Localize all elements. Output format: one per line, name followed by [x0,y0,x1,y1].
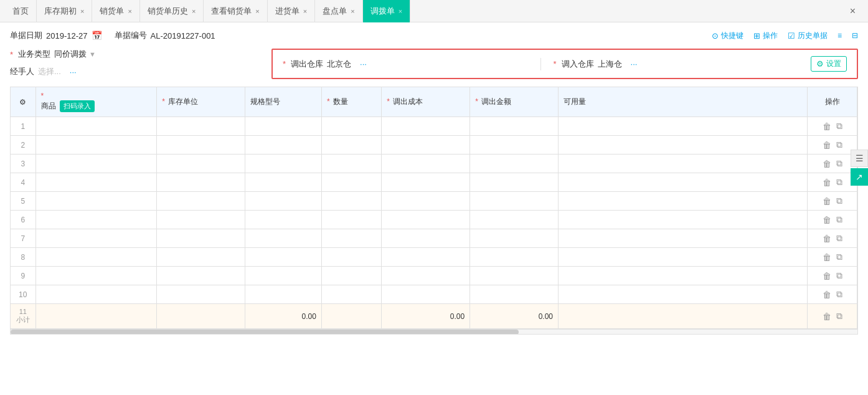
row-spec-cell[interactable] [245,192,322,211]
transfer-in-more[interactable]: ··· [631,59,638,69]
row-available-cell[interactable] [559,192,808,211]
row-unit-cell[interactable] [157,136,245,155]
row-cost-cell[interactable] [382,267,470,285]
tab-view-sales[interactable]: 查看销货单 × [204,0,267,22]
list-view-icon[interactable]: ≡ [837,31,842,40]
row-product-cell[interactable] [35,211,157,229]
row-cost-cell[interactable] [382,211,470,229]
row-available-cell[interactable] [559,173,808,192]
tab-view-sales-close[interactable]: × [255,7,259,15]
row-delete-icon[interactable]: 🗑 [823,271,831,281]
tab-inventory-init[interactable]: 库存期初 × [37,0,92,22]
tab-transfer-close[interactable]: × [399,7,402,15]
row-cost-cell[interactable] [382,285,470,304]
row-available-cell[interactable] [559,248,808,267]
float-export-button[interactable]: ↗ [851,168,868,186]
tab-sales-order[interactable]: 销货单 × [92,0,139,22]
tab-home[interactable]: 首页 [5,0,37,22]
row-product-cell[interactable] [35,192,157,211]
row-cost-cell[interactable] [382,117,470,136]
row-delete-icon[interactable]: 🗑 [823,290,831,300]
row-product-cell[interactable] [35,248,157,267]
row-spec-cell[interactable] [245,285,322,304]
row-copy-icon[interactable]: ⧉ [836,158,842,169]
row-delete-icon[interactable]: 🗑 [823,178,831,188]
row-copy-icon[interactable]: ⧉ [836,196,842,206]
horizontal-scrollbar[interactable] [11,329,857,334]
row-product-cell[interactable] [35,229,157,248]
row-quantity-cell[interactable] [321,267,381,285]
tab-stocktake-close[interactable]: × [351,7,354,15]
row-cost-cell[interactable] [382,229,470,248]
row-amount-cell[interactable] [470,285,559,304]
row-unit-cell[interactable] [157,267,245,285]
row-spec-cell[interactable] [245,211,322,229]
subtotal-delete-icon[interactable]: 🗑 [823,312,831,321]
row-copy-icon[interactable]: ⧉ [836,177,842,188]
row-delete-icon[interactable]: 🗑 [823,121,831,131]
row-delete-icon[interactable]: 🗑 [823,140,831,150]
row-copy-icon[interactable]: ⧉ [836,252,842,262]
scan-button[interactable]: 扫码录入 [60,100,95,112]
row-copy-icon[interactable]: ⧉ [836,214,842,225]
tab-transfer[interactable]: 调拨单 × [363,0,410,22]
row-quantity-cell[interactable] [321,155,381,173]
row-product-cell[interactable] [35,267,157,285]
row-delete-icon[interactable]: 🗑 [823,159,831,169]
row-quantity-cell[interactable] [321,285,381,304]
float-notes-button[interactable]: ☰ [851,150,868,167]
row-product-cell[interactable] [35,285,157,304]
row-quantity-cell[interactable] [321,136,381,155]
row-amount-cell[interactable] [470,136,559,155]
row-spec-cell[interactable] [245,248,322,267]
shortcut-action[interactable]: ⊙ 快捷键 [712,31,743,41]
row-available-cell[interactable] [559,229,808,248]
row-quantity-cell[interactable] [321,229,381,248]
row-amount-cell[interactable] [470,173,559,192]
subtotal-copy-icon[interactable]: ⧉ [836,311,842,321]
view-grid-toggle[interactable]: ⊟ [852,31,858,40]
tab-sales-history-close[interactable]: × [192,7,196,15]
row-product-cell[interactable] [35,117,157,136]
person-select[interactable]: 选择... [38,66,61,77]
row-product-cell[interactable] [35,136,157,155]
tab-sales-order-close[interactable]: × [128,7,131,15]
row-delete-icon[interactable]: 🗑 [823,215,831,225]
row-quantity-cell[interactable] [321,117,381,136]
row-product-cell[interactable] [35,173,157,192]
global-close-button[interactable]: × [842,6,863,17]
row-amount-cell[interactable] [470,155,559,173]
row-available-cell[interactable] [559,267,808,285]
row-spec-cell[interactable] [245,229,322,248]
row-cost-cell[interactable] [382,192,470,211]
view-list-toggle[interactable]: ≡ [837,31,842,40]
row-delete-icon[interactable]: 🗑 [823,252,831,262]
date-value[interactable]: 2019-12-27 [46,31,88,40]
setting-button[interactable]: ⚙ 设置 [811,56,847,72]
operations-action[interactable]: ⊞ 操作 [753,31,778,41]
tab-purchase[interactable]: 进货单 × [268,0,315,22]
row-unit-cell[interactable] [157,285,245,304]
row-copy-icon[interactable]: ⧉ [836,233,842,244]
row-amount-cell[interactable] [470,211,559,229]
row-cost-cell[interactable] [382,248,470,267]
calendar-icon[interactable]: 📅 [92,31,102,40]
row-amount-cell[interactable] [470,267,559,285]
row-spec-cell[interactable] [245,136,322,155]
history-action[interactable]: ☑ 历史单据 [788,31,828,41]
row-unit-cell[interactable] [157,229,245,248]
row-cost-cell[interactable] [382,136,470,155]
row-amount-cell[interactable] [470,229,559,248]
row-unit-cell[interactable] [157,155,245,173]
row-amount-cell[interactable] [470,192,559,211]
row-unit-cell[interactable] [157,211,245,229]
row-copy-icon[interactable]: ⧉ [836,121,842,131]
transfer-out-value[interactable]: 北京仓 [327,59,351,70]
tab-purchase-close[interactable]: × [303,7,307,15]
row-available-cell[interactable] [559,136,808,155]
row-delete-icon[interactable]: 🗑 [823,196,831,206]
tab-inventory-init-close[interactable]: × [80,7,84,15]
row-unit-cell[interactable] [157,192,245,211]
grid-view-icon[interactable]: ⊟ [852,31,858,40]
row-available-cell[interactable] [559,211,808,229]
